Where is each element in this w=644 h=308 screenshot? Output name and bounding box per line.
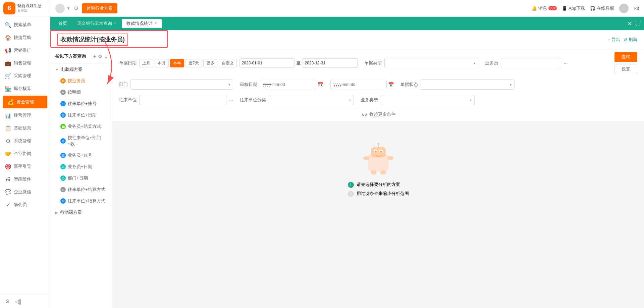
scheme-item-icon-7: ⊙ <box>60 164 66 169</box>
scheme-collapse-icon[interactable]: « <box>104 54 107 59</box>
tab-bank-flow-close[interactable]: × <box>114 21 116 26</box>
sidebar-item-basic[interactable]: 📋 基础信息 <box>0 122 50 135</box>
scheme-item-7[interactable]: ⊙ 业务员+日期 <box>50 161 112 172</box>
sidebar-item-member[interactable]: ✓ 畅会员 <box>0 198 50 211</box>
tab-bank-flow[interactable]: 现金银行流水查询 × <box>72 19 121 28</box>
sidebar-item-system[interactable]: ⚙ 系统管理 <box>0 135 50 147</box>
scheme-item-0[interactable]: ⚙ 按业务员 <box>50 75 112 87</box>
app-download-label: App下载 <box>569 5 585 11</box>
form-row-1: 单据日期 上月 本月 本年 近7天 更多 自定义 至 <box>112 49 644 77</box>
sidebar-item-inventory[interactable]: 🏪 库存核算 <box>0 82 50 95</box>
scheme-panel-header: 按以下方案查询 + ⚙ « <box>50 49 112 64</box>
scheme-item-6[interactable]: ⊟ 业务员+账号 <box>50 150 112 161</box>
enterprise-icon: 🤝 <box>5 151 11 157</box>
messages-btn[interactable]: 🔔 消息 99+ <box>532 5 557 11</box>
sidebar-item-hardware[interactable]: 🖨 智能硬件 <box>0 173 50 186</box>
counterpart-select[interactable] <box>139 95 226 105</box>
date-to-input[interactable] <box>303 58 358 68</box>
logo-badge: 标准版 <box>17 8 42 13</box>
date-btn-this-year[interactable]: 本年 <box>170 59 184 67</box>
review-date-from[interactable] <box>260 80 316 89</box>
app-download-btn[interactable]: 📱 App下载 <box>562 5 585 11</box>
salesperson-more-icon[interactable]: ··· <box>564 60 568 66</box>
tab-collection-stats[interactable]: 收款情况统计 × <box>122 19 162 28</box>
date-btn-last-month[interactable]: 上月 <box>139 59 153 67</box>
tab-fullscreen-icon[interactable]: ⛶ <box>635 20 641 27</box>
scheme-add-icon[interactable]: + <box>93 54 96 59</box>
tab-close-all-icon[interactable]: ✕ <box>628 20 632 27</box>
counterpart-more-icon[interactable]: ··· <box>229 97 233 103</box>
date-btn-this-month[interactable]: 本月 <box>155 59 169 67</box>
sidebar-item-label-newbie: 新手引导 <box>14 163 31 169</box>
page-actions: ↑ 导出 ↺ 刷新 <box>608 37 638 43</box>
counterpart-cat-select[interactable]: ▾ <box>269 95 354 105</box>
sidebar-item-marketing[interactable]: 📢 营销推广 <box>0 44 50 57</box>
trial-button[interactable]: 体验行业方案 <box>82 3 117 13</box>
counterpart-cat-field-group: 往来单位分类 ▾ <box>240 95 354 105</box>
refresh-button[interactable]: ↺ 刷新 <box>624 37 637 43</box>
header-gear-icon[interactable]: ⚙ <box>74 5 78 11</box>
tab-home[interactable]: 首页 <box>54 19 72 28</box>
scheme-item-label-8: 部门+日期 <box>68 175 88 181</box>
date-range-display: 至 <box>239 58 358 68</box>
biz-type-select[interactable]: ▾ <box>381 95 475 105</box>
date-btn-7days[interactable]: 近7天 <box>185 59 202 67</box>
online-service-btn[interactable]: 🎧 在线客服 <box>590 5 614 11</box>
scheme-item-4[interactable]: ▦ 业务员+结算方式 <box>50 121 112 132</box>
sidebar-item-label-hardware: 智能硬件 <box>14 176 31 182</box>
sidebar-item-search[interactable]: 🔍 搜索菜单 <box>0 18 50 31</box>
doc-status-arrow: ▾ <box>510 83 512 87</box>
search-icon: 🔍 <box>5 22 11 28</box>
review-date-to-icon[interactable]: 📅 <box>388 82 394 87</box>
tab-collection-stats-close[interactable]: × <box>155 21 157 26</box>
scheme-item-2[interactable]: ⊟ 往来单位+账号 <box>50 98 112 109</box>
sidebar-item-wechat[interactable]: 💬 企业微信 <box>0 186 50 198</box>
sidebar-item-finance[interactable]: 💰 资金管理 <box>3 96 47 108</box>
scheme-setting-icon[interactable]: ⚙ <box>98 54 102 59</box>
export-button[interactable]: ↑ 导出 <box>608 37 621 43</box>
dept-select[interactable]: ▾ <box>130 80 233 90</box>
sidebar-item-purchase[interactable]: 🛒 采购管理 <box>0 69 50 82</box>
sidebar-nav: 🔍 搜索菜单 🏠 快捷导航 📢 营销推广 💼 销售管理 🛒 采购管理 🏪 库存核… <box>0 17 50 295</box>
scheme-item-5[interactable]: ⊟ 按往来单位+部门+收... <box>50 132 112 150</box>
scheme-item-1[interactable]: ≡ 按明细 <box>50 87 112 98</box>
scheme-item-10[interactable]: ⊟ 往来单位+结算方式 <box>50 195 112 207</box>
svg-point-4 <box>375 151 377 153</box>
review-date-from-icon[interactable]: 📅 <box>318 82 323 87</box>
date-btn-custom[interactable]: 自定义 <box>219 59 237 67</box>
header-user[interactable]: ▼ <box>55 4 70 13</box>
sidebar-item-enterprise[interactable]: 🤝 企业协同 <box>0 147 50 160</box>
scheme-panel-title: 按以下方案查询 <box>55 53 86 59</box>
query-button[interactable]: 查询 <box>614 52 637 62</box>
date-btn-more[interactable]: 更多 <box>203 59 217 67</box>
tab-bar: 首页 现金银行流水查询 × 收款情况统计 × ✕ ⛶ <box>50 17 644 30</box>
group-desktop-label: 电脑端方案 <box>61 66 83 72</box>
finance-icon: 💰 <box>8 99 14 105</box>
scheme-item-3[interactable]: ⊟ 往来单位+日期 <box>50 109 112 121</box>
review-date-to[interactable] <box>330 80 387 89</box>
dept-field-group: 部门 ▾ <box>119 80 233 90</box>
svg-rect-9 <box>387 156 393 160</box>
dept-label: 部门 <box>119 82 128 88</box>
home-icon: 🏠 <box>5 35 11 41</box>
scheme-group-mobile-title[interactable]: ▶ 移动端方案 <box>50 207 112 218</box>
sidebar-item-newbie[interactable]: 🎯 新手引导 <box>0 160 50 173</box>
sidebar-item-sales[interactable]: 💼 销售管理 <box>0 57 50 69</box>
sidebar-item-operations[interactable]: 📊 经营管理 <box>0 109 50 122</box>
collapse-row[interactable]: ∧∧ 收起更多条件 <box>112 108 644 121</box>
setting-button[interactable]: 设置 <box>614 64 637 74</box>
date-from-input[interactable] <box>239 58 294 68</box>
sidebar-item-label-search: 搜索菜单 <box>14 22 31 28</box>
scheme-group-desktop-title[interactable]: ▼ 电脑端方案 <box>50 64 112 75</box>
scheme-item-label-2: 往来单位+账号 <box>68 101 97 107</box>
user-avatar-small[interactable] <box>619 4 629 13</box>
collapse-sidebar-icon[interactable]: ◁‖ <box>15 298 21 305</box>
scheme-item-9[interactable]: ⊙ 往来单位+结算方式 <box>50 184 112 195</box>
settings-bottom-icon[interactable]: ⚙ <box>5 298 10 305</box>
doc-type-select[interactable]: ▾ <box>384 58 478 68</box>
right-panel: 单据日期 上月 本月 本年 近7天 更多 自定义 至 <box>112 49 644 308</box>
salesperson-select[interactable] <box>501 58 561 68</box>
sidebar-item-quicknav[interactable]: 🏠 快捷导航 <box>0 31 50 44</box>
scheme-item-8[interactable]: ⊙ 部门+日期 <box>50 172 112 184</box>
doc-status-select[interactable]: ▾ <box>421 80 515 90</box>
